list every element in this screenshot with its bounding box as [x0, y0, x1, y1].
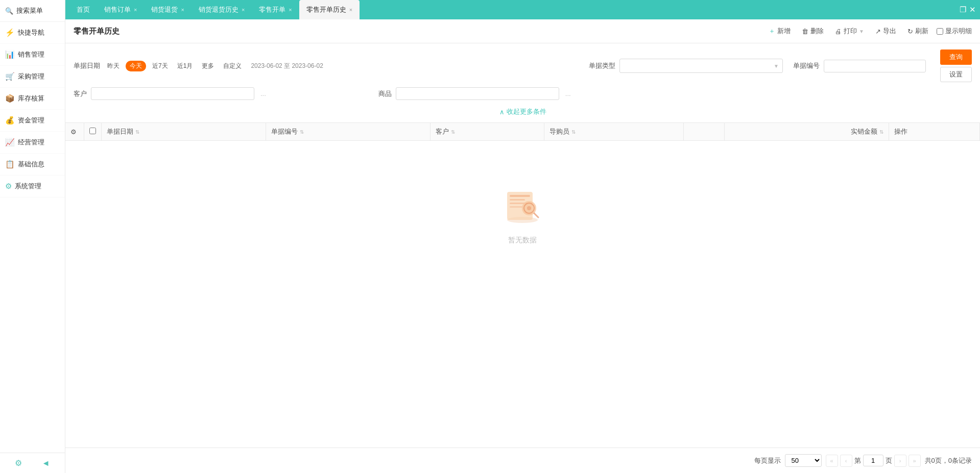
close-window-icon[interactable]: ✕ — [969, 5, 976, 14]
goods-dots[interactable]: ... — [565, 90, 571, 97]
delete-button[interactable]: 🗑 删除 — [799, 24, 827, 38]
tab-sales-return[interactable]: 销货退货 × — [144, 0, 191, 19]
goods-filter: 商品 ... — [378, 87, 571, 100]
collapse-more[interactable]: ∧ 收起更多条件 — [74, 105, 972, 116]
query-button[interactable]: 查询 — [940, 49, 972, 65]
table-body: 暂无数据 — [65, 141, 980, 286]
tab-sales-order-close[interactable]: × — [134, 7, 137, 13]
delete-icon: 🗑 — [802, 28, 808, 35]
tab-sales-return-history-label: 销货退货历史 — [199, 5, 238, 14]
tab-bar-right: ❐ ✕ — [960, 5, 976, 14]
export-label: 导出 — [883, 27, 896, 36]
sidebar-item-label: 销售管理 — [18, 50, 44, 59]
sidebar-item-basic-info[interactable]: 📋 基础信息 — [0, 154, 65, 176]
col-date[interactable]: 单据日期 ⇅ — [101, 123, 266, 141]
sidebar-item-operations[interactable]: 📈 经营管理 — [0, 132, 65, 154]
collapse-sidebar-icon[interactable]: ◄ — [42, 459, 50, 468]
tab-sales-order[interactable]: 销售订单 × — [97, 0, 144, 19]
doc-type-label: 单据类型 — [589, 61, 615, 70]
tab-retail-history-close[interactable]: × — [349, 7, 352, 13]
query-set-buttons: 查询 设置 — [940, 49, 972, 82]
doc-type-select-wrapper: ▼ — [619, 59, 783, 73]
select-all-checkbox[interactable] — [89, 128, 96, 134]
doc-no-input[interactable] — [824, 60, 926, 72]
tab-sales-return-history[interactable]: 销货退货历史 × — [192, 0, 252, 19]
svg-rect-3 — [510, 199, 525, 201]
customer-dots[interactable]: ... — [260, 90, 266, 97]
settings-icon[interactable]: ⚙ — [15, 458, 22, 468]
tab-sales-order-label: 销售订单 — [104, 5, 131, 14]
set-button[interactable]: 设置 — [940, 67, 972, 82]
col-spacer — [684, 123, 725, 141]
date-last1month[interactable]: 近1月 — [174, 61, 196, 71]
prev-page-btn[interactable]: ‹ — [840, 455, 852, 467]
date-custom[interactable]: 自定义 — [220, 61, 245, 71]
sidebar-search[interactable]: 🔍 搜索菜单 — [0, 0, 65, 22]
refresh-button[interactable]: ↻ 刷新 — [904, 24, 931, 38]
col-guide-sort-icon: ⇅ — [571, 129, 576, 135]
display-cols-checkbox[interactable] — [937, 28, 943, 35]
tab-retail-history[interactable]: 零售开单历史 × — [299, 0, 360, 19]
page-nav: « ‹ 第 页 › » — [826, 455, 921, 467]
print-dropdown-icon: ▼ — [859, 29, 864, 34]
date-label: 单据日期 — [74, 61, 100, 70]
export-button[interactable]: ↗ 导出 — [872, 24, 899, 38]
sales-mgmt-icon: 📊 — [5, 50, 15, 59]
tab-home[interactable]: 首页 — [69, 0, 97, 19]
print-icon: 🖨 — [835, 28, 842, 35]
sidebar-search-label: 搜索菜单 — [16, 6, 43, 15]
system-mgmt-icon: ⚙ — [5, 182, 12, 191]
per-page-label: 每页显示 — [754, 456, 781, 465]
col-amount-label: 实销金额 — [851, 127, 877, 136]
restore-window-icon[interactable]: ❐ — [960, 5, 966, 14]
sidebar-item-system-mgmt[interactable]: ⚙ 系统管理 — [0, 176, 65, 197]
doc-no-filter: 单据编号 — [793, 60, 926, 72]
page-suffix: 页 — [886, 456, 892, 465]
page-number-input[interactable] — [863, 455, 883, 466]
pagination: 每页显示 50 10 20 100 « ‹ 第 页 › » 共0页，0条记录 — [65, 447, 980, 473]
svg-rect-5 — [510, 206, 522, 208]
delete-label: 删除 — [810, 27, 824, 36]
sidebar-item-finance[interactable]: 💰 资金管理 — [0, 110, 65, 132]
sidebar-item-inventory[interactable]: 📦 库存核算 — [0, 88, 65, 110]
doc-type-select[interactable] — [619, 59, 783, 73]
first-page-btn[interactable]: « — [826, 455, 838, 467]
col-checkbox[interactable] — [84, 123, 101, 141]
sidebar-item-purchase-mgmt[interactable]: 🛒 采购管理 — [0, 66, 65, 88]
sidebar-item-sales-mgmt[interactable]: 📊 销售管理 — [0, 44, 65, 66]
sidebar-item-label: 系统管理 — [15, 182, 41, 191]
sidebar-item-quick-nav[interactable]: ⚡ 快捷导航 — [0, 22, 65, 44]
sidebar-item-label: 快捷导航 — [18, 28, 44, 37]
tab-retail-history-label: 零售开单历史 — [306, 5, 346, 14]
date-last7days[interactable]: 近7天 — [149, 61, 171, 71]
operations-icon: 📈 — [5, 138, 15, 147]
tab-retail-open[interactable]: 零售开单 × — [252, 0, 299, 19]
goods-input[interactable] — [396, 87, 559, 100]
date-yesterday[interactable]: 昨天 — [104, 61, 123, 71]
customer-input[interactable] — [91, 87, 254, 100]
col-guide[interactable]: 导购员 ⇅ — [544, 123, 684, 141]
date-today[interactable]: 今天 — [126, 61, 146, 71]
tab-home-label: 首页 — [77, 5, 90, 14]
col-doc-no[interactable]: 单据编号 ⇅ — [266, 123, 430, 141]
col-amount[interactable]: 实销金额 ⇅ — [724, 123, 889, 141]
empty-state: 暂无数据 — [65, 141, 980, 286]
next-page-btn[interactable]: › — [894, 455, 906, 467]
display-cols-toggle[interactable]: 显示明细 — [937, 27, 972, 36]
date-more[interactable]: 更多 — [199, 61, 217, 71]
tab-sales-return-history-close[interactable]: × — [242, 7, 245, 13]
quick-nav-icon: ⚡ — [5, 28, 15, 37]
tab-sales-return-close[interactable]: × — [181, 7, 184, 13]
sidebar-bottom: ⚙ ◄ — [0, 453, 65, 473]
print-button[interactable]: 🖨 打印 ▼ — [832, 24, 867, 38]
col-customer[interactable]: 客户 ⇅ — [430, 123, 544, 141]
sidebar-menu: ⚡ 快捷导航 📊 销售管理 🛒 采购管理 📦 库存核算 💰 资金管理 📈 经营管… — [0, 22, 65, 453]
col-settings[interactable]: ⚙ — [65, 123, 84, 141]
per-page-select[interactable]: 50 10 20 100 — [785, 454, 822, 467]
add-button[interactable]: ＋ 新增 — [766, 24, 794, 38]
last-page-btn[interactable]: » — [909, 455, 921, 467]
add-icon: ＋ — [769, 27, 775, 36]
col-customer-label: 客户 — [436, 127, 449, 136]
tab-retail-open-close[interactable]: × — [289, 7, 292, 13]
empty-text: 暂无数据 — [508, 236, 537, 245]
